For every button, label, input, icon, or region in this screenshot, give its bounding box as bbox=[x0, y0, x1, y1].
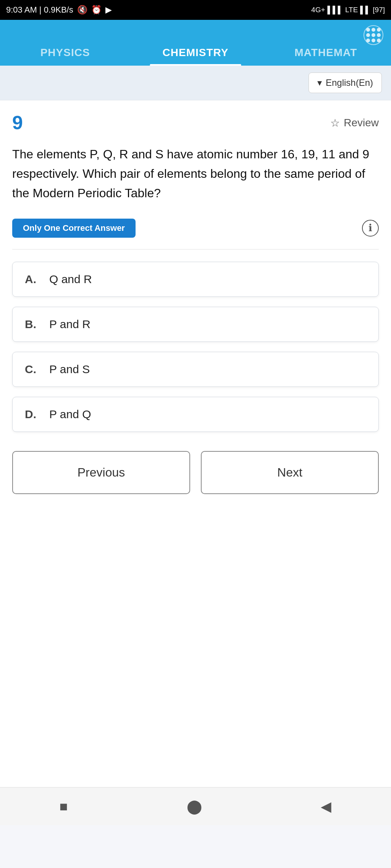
option-a-label: A. bbox=[25, 273, 39, 286]
status-right: 4G+ ▌▌▌ LTE ▌▌ [97] bbox=[311, 6, 385, 14]
option-c-text: P and S bbox=[49, 363, 90, 376]
previous-button[interactable]: Previous bbox=[12, 451, 190, 494]
status-bar: 9:03 AM | 0.9KB/s 🔇 ⏰ ▶ 4G+ ▌▌▌ LTE ▌▌ [… bbox=[0, 0, 391, 20]
question-number: 9 bbox=[12, 112, 23, 134]
play-icon: ▶ bbox=[105, 5, 112, 15]
grid-dots-icon bbox=[366, 28, 381, 42]
review-label: Review bbox=[344, 117, 379, 129]
lte-signal-1: 4G+ bbox=[311, 6, 325, 14]
option-c-label: C. bbox=[25, 363, 39, 376]
back-arrow-icon[interactable]: ◀ bbox=[321, 799, 331, 815]
status-left: 9:03 AM | 0.9KB/s 🔇 ⏰ ▶ bbox=[6, 5, 112, 15]
language-label: English(En) bbox=[326, 77, 373, 88]
status-time: 9:03 AM | 0.9KB/s bbox=[6, 5, 73, 15]
tab-mathematics[interactable]: MATHEMAT bbox=[261, 47, 391, 66]
chevron-down-icon: ▾ bbox=[317, 77, 322, 88]
bottom-nav-bar: ■ ⬤ ◀ bbox=[0, 787, 391, 825]
option-d-label: D. bbox=[25, 408, 39, 421]
tab-bar: PHYSICS CHEMISTRY MATHEMAT bbox=[0, 20, 391, 66]
home-circle-icon[interactable]: ⬤ bbox=[187, 799, 202, 815]
language-selector[interactable]: ▾ English(En) bbox=[309, 72, 382, 93]
review-button[interactable]: ☆ Review bbox=[330, 117, 379, 129]
tab-physics[interactable]: PHYSICS bbox=[0, 47, 130, 66]
grid-menu-button[interactable] bbox=[364, 25, 383, 45]
question-header: 9 ☆ Review bbox=[12, 112, 379, 134]
alarm-icon: ⏰ bbox=[91, 5, 102, 15]
next-button[interactable]: Next bbox=[201, 451, 379, 494]
option-a-text: Q and R bbox=[49, 273, 92, 286]
back-square-icon[interactable]: ■ bbox=[60, 799, 68, 815]
battery-level: [97] bbox=[373, 6, 385, 14]
option-b-text: P and R bbox=[49, 318, 90, 331]
option-d[interactable]: D. P and Q bbox=[12, 397, 379, 432]
silent-icon: 🔇 bbox=[77, 5, 87, 15]
main-content: 9 ☆ Review The elements P, Q, R and S ha… bbox=[0, 100, 391, 787]
info-button[interactable]: ℹ bbox=[362, 220, 379, 237]
signal-bars-2: ▌▌ bbox=[360, 6, 370, 14]
option-b-label: B. bbox=[25, 318, 39, 331]
answer-type-badge: Only One Correct Answer bbox=[12, 219, 136, 238]
nav-buttons: Previous Next bbox=[12, 451, 379, 494]
tab-chemistry[interactable]: CHEMISTRY bbox=[130, 47, 260, 66]
language-bar: ▾ English(En) bbox=[0, 66, 391, 100]
divider bbox=[12, 249, 379, 250]
option-d-text: P and Q bbox=[49, 408, 91, 421]
option-b[interactable]: B. P and R bbox=[12, 307, 379, 342]
header: PHYSICS CHEMISTRY MATHEMAT bbox=[0, 20, 391, 66]
signal-bars-1: ▌▌▌ bbox=[328, 6, 343, 14]
answer-type-row: Only One Correct Answer ℹ bbox=[12, 219, 379, 238]
star-icon: ☆ bbox=[330, 117, 340, 129]
option-a[interactable]: A. Q and R bbox=[12, 262, 379, 297]
lte-signal-2: LTE bbox=[345, 6, 358, 14]
option-c[interactable]: C. P and S bbox=[12, 352, 379, 387]
question-text: The elements P, Q, R and S have atomic n… bbox=[12, 145, 379, 203]
